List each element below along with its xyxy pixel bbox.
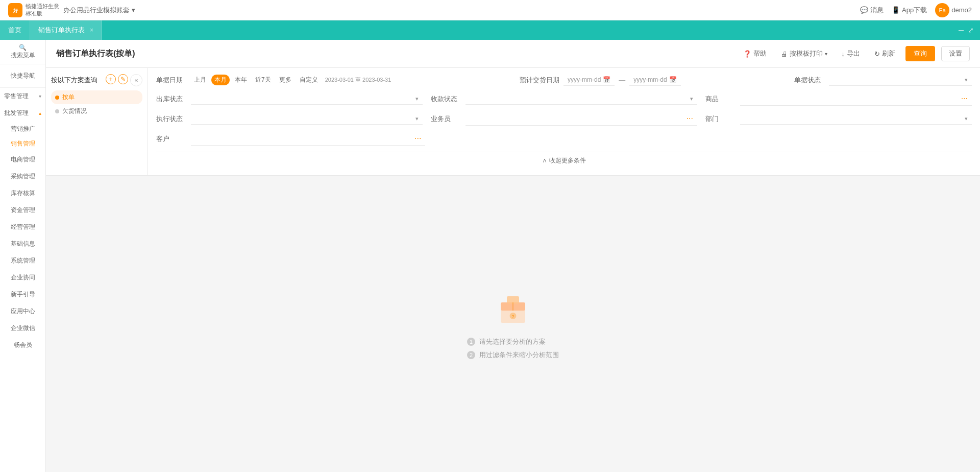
dept-label: 部门	[705, 114, 736, 124]
filter-goods-field: 商品 ···	[705, 92, 972, 106]
sidebar-item-sales[interactable]: 销售管理	[0, 136, 45, 151]
sidebar-item-enterprise[interactable]: 企业协同	[0, 269, 45, 286]
help-icon: ❓	[743, 50, 751, 58]
header-right: 💬 消息 📱 App下载 Ea demo2	[860, 3, 972, 17]
query-button[interactable]: 查询	[905, 46, 935, 61]
message-icon: 💬	[860, 6, 868, 14]
filter-forecast-date-field: 预计交货日期 yyyy-mm-dd 📅 — yyyy-mm-dd 📅	[520, 74, 786, 86]
export-button[interactable]: ↓ 导出	[838, 47, 865, 60]
message-action[interactable]: 💬 消息	[860, 6, 884, 15]
export-icon: ↓	[842, 50, 845, 58]
sidebar-item-retail[interactable]: 零售管理 ▾	[0, 88, 45, 105]
delivery-select[interactable]: ▾	[191, 93, 423, 105]
filter-dept-field: 部门 ▾	[705, 113, 972, 125]
tip-num-2: 2	[467, 351, 475, 359]
dept-select[interactable]: ▾	[740, 113, 972, 125]
sidebar-item-finance[interactable]: 资金管理	[0, 202, 45, 219]
salesman-more-icon: ···	[687, 114, 693, 123]
scheme-item-by-order[interactable]: 按单	[51, 90, 142, 104]
empty-state: ? 1 请先选择要分析的方案 2 用过滤条件来缩小分析范围	[467, 288, 559, 360]
tab-maximize-icon[interactable]: ⤢	[968, 26, 974, 34]
exec-select[interactable]: ▾	[191, 113, 423, 125]
scheme-actions: + ✎ «	[106, 74, 142, 86]
add-scheme-button[interactable]: +	[106, 74, 116, 84]
svg-text:好: 好	[13, 8, 18, 13]
collapse-more-button[interactable]: ∧ 收起更多条件	[156, 152, 972, 169]
goods-more-icon: ···	[961, 94, 968, 103]
filter-row-2: 出库状态 ▾ 收款状态 ▾ 商品	[156, 92, 972, 106]
app-download-action[interactable]: 📱 App下载	[892, 6, 927, 15]
sidebar-item-ecommerce[interactable]: 电商管理	[0, 151, 45, 168]
filter-customer-field: 客户 ···	[156, 132, 425, 146]
customer-select[interactable]: ···	[191, 132, 425, 146]
date-label: 单据日期	[156, 76, 187, 85]
tab-minimize-icon[interactable]: ─	[959, 26, 964, 34]
sidebar-item-member[interactable]: 畅会员	[0, 337, 45, 353]
dept-down-icon: ▾	[965, 115, 968, 122]
tab-sales-order[interactable]: 销售订单执行表 ×	[30, 20, 102, 40]
sidebar-search[interactable]: 🔍 搜索菜单	[0, 40, 45, 64]
date-this-month[interactable]: 本月	[211, 75, 230, 85]
sidebar-item-purchase[interactable]: 采购管理	[0, 168, 45, 185]
filter-scheme: 按以下方案查询 + ✎ « 按单	[46, 68, 148, 175]
date-more[interactable]: 更多	[276, 75, 295, 85]
forecast-date-end[interactable]: yyyy-mm-dd 📅	[629, 74, 680, 86]
sidebar-item-operation[interactable]: 经营管理	[0, 219, 45, 235]
breadcrumb-text: 办公用品行业模拟账套	[63, 6, 130, 15]
sidebar-item-inventory[interactable]: 库存核算	[0, 185, 45, 202]
status-label: 单据状态	[794, 76, 825, 85]
sidebar-item-basicinfo[interactable]: 基础信息	[0, 235, 45, 252]
breadcrumb[interactable]: 办公用品行业模拟账套 ▾	[63, 6, 135, 15]
logo-area: 好 畅捷通好生意 标准版	[8, 3, 59, 17]
sidebar-nav-section: 快捷导航	[0, 64, 45, 88]
edit-scheme-button[interactable]: ✎	[118, 74, 128, 84]
date-custom[interactable]: 自定义	[297, 75, 321, 85]
tab-close-icon[interactable]: ×	[90, 27, 93, 34]
date-this-year[interactable]: 本年	[232, 75, 250, 85]
logo-text: 畅捷通好生意 标准版	[26, 3, 59, 16]
scheme-header: 按以下方案查询 + ✎ «	[51, 74, 142, 86]
refresh-button[interactable]: ↻ 刷新	[870, 47, 899, 60]
empty-tips: 1 请先选择要分析的方案 2 用过滤条件来缩小分析范围	[467, 337, 559, 360]
date-last-month[interactable]: 上月	[191, 75, 209, 85]
date-7days[interactable]: 近7天	[252, 75, 274, 85]
print-arrow-icon: ▾	[825, 51, 827, 57]
sidebar-item-appcenter[interactable]: 应用中心	[0, 303, 45, 320]
collapse-scheme-button[interactable]: «	[130, 74, 142, 86]
help-button[interactable]: ❓ 帮助	[739, 47, 771, 60]
filter-panel: 按以下方案查询 + ✎ « 按单	[46, 68, 980, 176]
sidebar-item-wecom[interactable]: 企业微信	[0, 320, 45, 337]
logo-icon: 好	[8, 3, 22, 17]
download-icon: 📱	[892, 6, 900, 14]
tab-home[interactable]: 首页	[0, 20, 30, 40]
sidebar-item-quicknav[interactable]: 快捷导航	[0, 67, 45, 84]
sidebar-item-system[interactable]: 系统管理	[0, 252, 45, 269]
print-button[interactable]: 🖨 按模板打印 ▾	[777, 47, 831, 60]
filter-row-1: 单据日期 上月 本月 本年 近7天 更多 自定义 2023-03-01 至 20…	[156, 74, 972, 86]
scheme-dot-active	[55, 96, 59, 100]
filter-row-4: 客户 ···	[156, 132, 972, 146]
date-shortcuts: 上月 本月 本年 近7天 更多 自定义	[191, 75, 321, 85]
settings-button[interactable]: 设置	[941, 46, 970, 61]
empty-tip-2: 2 用过滤条件来缩小分析范围	[467, 350, 559, 360]
empty-tip-1: 1 请先选择要分析的方案	[467, 337, 559, 346]
forecast-date-label: 预计交货日期	[520, 76, 559, 85]
goods-select[interactable]: ···	[740, 92, 972, 106]
user-action[interactable]: Ea demo2	[935, 3, 972, 17]
payment-select[interactable]: ▾	[465, 93, 697, 105]
retail-arrow-icon: ▾	[39, 93, 41, 99]
calendar-end-icon: 📅	[669, 76, 677, 83]
filter-date-field: 单据日期 上月 本月 本年 近7天 更多 自定义 2023-03-01 至 20…	[156, 75, 511, 85]
sidebar-item-marketing[interactable]: 营销推广	[0, 122, 45, 136]
scheme-dot-inactive	[55, 109, 59, 113]
filter-row-3: 执行状态 ▾ 业务员 ··· 部门	[156, 112, 972, 126]
sidebar-item-wholesale[interactable]: 批发管理 ▴	[0, 105, 45, 122]
payment-label: 收款状态	[431, 95, 461, 104]
delivery-label: 出库状态	[156, 95, 187, 104]
empty-illustration: ?	[493, 288, 533, 329]
salesman-select[interactable]: ···	[465, 112, 697, 126]
status-select[interactable]: ▾	[829, 75, 972, 86]
scheme-item-shortage[interactable]: 欠货情况	[51, 104, 142, 118]
sidebar-item-newguide[interactable]: 新手引导	[0, 286, 45, 303]
forecast-date-start[interactable]: yyyy-mm-dd 📅	[564, 74, 615, 86]
